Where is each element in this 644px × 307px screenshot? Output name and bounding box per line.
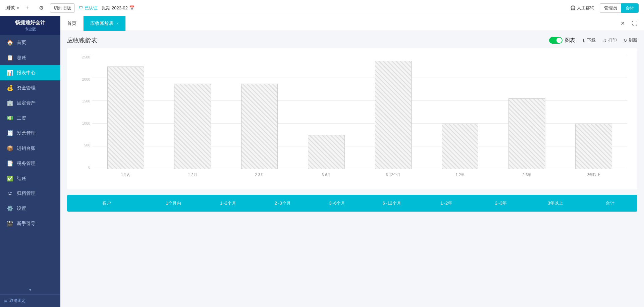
sidebar-item-总账[interactable]: 📋总账 — [0, 50, 60, 65]
tab-home[interactable]: 首页 — [60, 16, 84, 31]
sidebar: 畅捷通好会计 专业版 🏠首页📋总账📊报表中心💰资金管理🏢固定资产💵工资🧾发票管理… — [0, 16, 60, 307]
print-icon: 🖨 — [602, 38, 607, 43]
sidebar-item-发票管理[interactable]: 🧾发票管理 — [0, 126, 60, 141]
download-button[interactable]: ⬇ 下载 — [582, 37, 596, 43]
x-label-2-3年: 2-3年 — [493, 170, 560, 179]
bar-6-12个月 — [375, 61, 412, 169]
y-label-1000: 1000 — [82, 121, 90, 125]
bar-group-1-2年 — [427, 55, 493, 169]
accounting-period: 账期 2023-02 📅 — [102, 5, 135, 11]
sidebar-nav: 🏠首页📋总账📊报表中心💰资金管理🏢固定资产💵工资🧾发票管理📦进销台账📑税务管理✅… — [0, 35, 60, 286]
chart-bars-area — [92, 55, 627, 169]
chart-container: 0 500 1000 1500 2000 2500 — [67, 48, 637, 189]
x-label-6-12个月: 6-12个月 — [360, 170, 427, 179]
sidebar-item-报表中心[interactable]: 📊报表中心 — [0, 65, 60, 80]
tab-ar-aging[interactable]: 应收账龄表 × — [84, 16, 126, 31]
bar-group-1-2月 — [159, 55, 226, 169]
y-label-0: 0 — [88, 165, 90, 169]
sidebar-item-新手引导[interactable]: 🎬新手引导 — [0, 216, 60, 231]
bar-3年以上 — [575, 124, 612, 169]
sidebar-logo: 畅捷通好会计 专业版 — [0, 16, 60, 35]
sidebar-item-设置[interactable]: ⚙️设置 — [0, 201, 60, 216]
bar-group-2-3年 — [493, 55, 560, 169]
x-label-1月内: 1月内 — [92, 170, 159, 179]
project-chevron-icon[interactable]: ▾ — [17, 5, 19, 11]
app-edition: 专业版 — [25, 27, 36, 32]
chart-toggle-wrap: 图表 — [549, 37, 575, 44]
bar-2-3年 — [508, 98, 545, 169]
customer-service-button[interactable]: 🎧 人工咨询 — [570, 5, 594, 11]
report-header: 应收账龄表 图表 ⬇ 下载 🖨 打印 ↻ — [67, 36, 637, 44]
download-icon: ⬇ — [582, 38, 586, 43]
sidebar-item-进销台账[interactable]: 📦进销台账 — [0, 141, 60, 156]
unpin-sidebar-button[interactable]: ⬅ 取消固定 — [0, 294, 60, 307]
sidebar-item-结账[interactable]: ✅结账 — [0, 171, 60, 186]
app-name: 畅捷通好会计 — [15, 19, 45, 26]
table-header-cell-4: 3~6个月 — [310, 195, 365, 212]
sidebar-item-税务管理[interactable]: 📑税务管理 — [0, 156, 60, 171]
table-header-cell-0: 客户 — [67, 195, 146, 212]
table-header-cell-3: 2~3个月 — [255, 195, 310, 212]
tab-right-controls: ✕ ⛶ — [617, 18, 644, 29]
refresh-button[interactable]: ↻ 刷新 — [624, 37, 637, 43]
tab-bar: 首页 应收账龄表 × ✕ ⛶ — [60, 16, 644, 31]
y-label-500: 500 — [84, 143, 90, 147]
headset-icon: 🎧 — [570, 5, 576, 10]
y-label-2500: 2500 — [82, 55, 90, 59]
bar-group-3-6月 — [293, 55, 360, 169]
main-layout: 畅捷通好会计 专业版 🏠首页📋总账📊报表中心💰资金管理🏢固定资产💵工资🧾发票管理… — [0, 16, 644, 307]
y-label-2000: 2000 — [82, 77, 90, 81]
sidebar-item-归档管理[interactable]: 🗂归档管理 — [0, 186, 60, 201]
x-label-3年以上: 3年以上 — [560, 170, 627, 179]
table-header-cell-2: 1~2个月 — [201, 195, 256, 212]
maximize-button[interactable]: ⛶ — [629, 18, 640, 29]
bar-group-6-12个月 — [360, 55, 427, 169]
sidebar-item-首页[interactable]: 🏠首页 — [0, 35, 60, 50]
chart-toggle-label: 图表 — [565, 37, 575, 44]
x-label-2-3月: 2-3月 — [226, 170, 293, 179]
report-title: 应收账龄表 — [67, 36, 97, 44]
manager-button[interactable]: 管理员 — [600, 3, 621, 13]
table-header-cell-1: 1个月内 — [146, 195, 201, 212]
add-button[interactable]: ＋ — [23, 3, 33, 13]
table-header-cell-8: 3年以上 — [528, 195, 583, 212]
switch-version-button[interactable]: 切到旧版 — [50, 3, 75, 13]
table-container: 客户1个月内1~2个月2~3个月3~6个月6~12个月1~2年2~3年3年以上合… — [67, 195, 637, 212]
x-label-1-2年: 1-2年 — [427, 170, 493, 179]
top-header: 测试 ▾ ＋ ⚙ 切到旧版 🛡 已认证 账期 2023-02 📅 🎧 人工咨询 … — [0, 0, 644, 16]
certified-badge: 🛡 已认证 — [79, 5, 98, 11]
user-buttons: 管理员 会计 — [600, 3, 639, 13]
table-header-cell-6: 1~2年 — [419, 195, 474, 212]
print-button[interactable]: 🖨 打印 — [602, 37, 617, 43]
x-label-1-2月: 1-2月 — [159, 170, 226, 179]
refresh-icon: ↻ — [624, 38, 627, 43]
bar-2-3月 — [241, 84, 278, 169]
chart-x-labels: 1月内1-2月2-3月3-6月6-12个月1-2年2-3年3年以上 — [92, 170, 627, 179]
y-label-1500: 1500 — [82, 99, 90, 103]
settings-icon[interactable]: ⚙ — [37, 3, 46, 13]
bar-group-3年以上 — [560, 55, 627, 169]
unpin-icon: ⬅ — [4, 299, 7, 303]
sidebar-item-工资[interactable]: 💵工资 — [0, 111, 60, 126]
close-window-button[interactable]: ✕ — [617, 18, 628, 29]
bar-1月内 — [107, 67, 144, 169]
bar-1-2年 — [442, 124, 479, 169]
tab-close-icon[interactable]: × — [116, 21, 119, 26]
table-header-cell-7: 2~3年 — [474, 195, 528, 212]
chart-toggle[interactable] — [549, 37, 562, 44]
content-area: 首页 应收账龄表 × ✕ ⛶ 应收账龄表 图表 — [60, 16, 644, 307]
accounting-button[interactable]: 会计 — [621, 3, 639, 13]
bar-1-2月 — [174, 84, 211, 169]
header-right: 🎧 人工咨询 管理员 会计 — [570, 3, 639, 13]
sidebar-scroll-down[interactable]: ▾ — [0, 286, 60, 294]
report-actions: 图表 ⬇ 下载 🖨 打印 ↻ 刷新 — [549, 37, 637, 44]
sidebar-item-固定资产[interactable]: 🏢固定资产 — [0, 95, 60, 111]
sidebar-item-资金管理[interactable]: 💰资金管理 — [0, 80, 60, 95]
bar-3-6月 — [308, 135, 345, 169]
table-header-cell-5: 6~12个月 — [365, 195, 419, 212]
header-project: 测试 ▾ — [5, 5, 19, 11]
table-header: 客户1个月内1~2个月2~3个月3~6个月6~12个月1~2年2~3年3年以上合… — [67, 195, 637, 212]
page-content: 应收账龄表 图表 ⬇ 下载 🖨 打印 ↻ — [60, 31, 644, 307]
table-header-cell-9: 合计 — [583, 195, 637, 212]
calendar-icon[interactable]: 📅 — [129, 5, 135, 10]
